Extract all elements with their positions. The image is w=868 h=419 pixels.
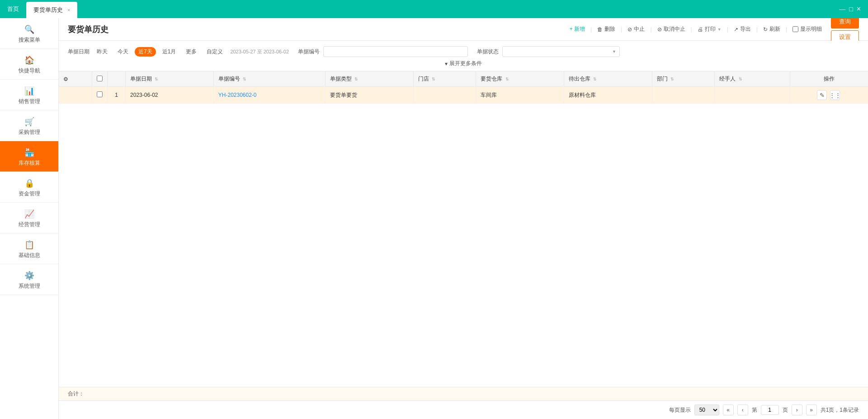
sort-store-icon[interactable]: ⇅ [432, 77, 435, 81]
total-label: 合计： [68, 390, 84, 398]
sidebar-label-basic: 基础信息 [19, 252, 40, 259]
status-label: 单据状态 [477, 48, 499, 56]
main-layout: 🔍 搜索菜单 🏠 快捷导航 📊 销售管理 🛒 采购管理 🏪 库存核算 🔒 资金管… [0, 18, 868, 419]
date-filter-group: 单据日期 昨天 今天 近7天 近1月 更多 自定义 2023-05-27 至 2… [68, 47, 289, 57]
delete-icon: 🗑 [597, 26, 603, 33]
sales-icon: 📊 [24, 86, 34, 96]
stop-icon: ⊘ [627, 26, 632, 33]
first-page-button[interactable]: « [723, 405, 734, 415]
delete-button[interactable]: 🗑 删除 [597, 25, 615, 33]
bill-no-input[interactable] [323, 46, 468, 57]
sidebar-item-search[interactable]: 🔍 搜索菜单 [0, 18, 58, 49]
column-bill-no: 单据编号 ⇅ [213, 71, 325, 87]
last-page-button[interactable]: » [806, 405, 817, 415]
table-header-row: ⚙ 单据日期 ⇅ 单据编号 ⇅ [59, 71, 868, 87]
column-date: 单据日期 ⇅ [126, 71, 214, 87]
cell-req-warehouse: 车间库 [476, 87, 564, 104]
sort-date-icon[interactable]: ⇅ [155, 77, 158, 81]
tab-requisition-history[interactable]: 要货单历史 × [26, 2, 77, 18]
sidebar-item-system[interactable]: ⚙️ 系统管理 [0, 264, 58, 295]
sidebar-label-purchase: 采购管理 [19, 129, 40, 136]
content-area: 要货单历史 + 新增 | 🗑 删除 | ⊘ 中止 | ⊘ 取消中止 | [59, 18, 868, 419]
page-label: 第 [752, 406, 757, 414]
sidebar-item-quicknav[interactable]: 🏠 快捷导航 [0, 49, 58, 80]
status-select[interactable] [502, 46, 620, 57]
close-tab-icon[interactable]: × [67, 7, 70, 13]
total-info: 共1页，1条记录 [821, 406, 859, 414]
table-container: ⚙ 单据日期 ⇅ 单据编号 ⇅ [59, 71, 868, 387]
date-btn-more[interactable]: 更多 [182, 47, 200, 57]
new-button[interactable]: + 新增 [570, 25, 585, 33]
table-body: 1 2023-06-02 YH-20230602-0 要货单要货 车间库 原材料… [59, 87, 868, 104]
cell-gear [59, 87, 92, 104]
refresh-button[interactable]: ↻ 刷新 [763, 25, 780, 33]
display-detail-toggle[interactable]: 显示明细 [793, 25, 822, 33]
column-num [108, 71, 126, 87]
cancel-stop-icon: ⊘ [657, 26, 662, 33]
date-btn-7days[interactable]: 近7天 [135, 47, 156, 57]
date-btn-today[interactable]: 今天 [114, 47, 132, 57]
date-btn-1month[interactable]: 近1月 [159, 47, 180, 57]
refresh-icon: ↻ [763, 26, 768, 33]
sort-pending-warehouse-icon[interactable]: ⇅ [593, 77, 597, 81]
window-controls: — □ × [839, 5, 868, 13]
print-button[interactable]: 🖨 打印 ▼ [698, 25, 722, 33]
cell-checkbox [92, 87, 108, 104]
sidebar-item-purchase[interactable]: 🛒 采购管理 [0, 110, 58, 141]
export-button[interactable]: ↗ 导出 [734, 25, 751, 33]
minimize-button[interactable]: — [839, 5, 845, 13]
sidebar-label-system: 系统管理 [19, 282, 40, 290]
date-btn-yesterday[interactable]: 昨天 [93, 47, 111, 57]
column-dept: 部门 ⇅ [652, 71, 715, 87]
row-checkbox-0[interactable] [97, 91, 103, 97]
sidebar-item-inventory[interactable]: 🏪 库存核算 [0, 141, 58, 172]
next-page-button[interactable]: › [792, 405, 802, 415]
page-input[interactable] [761, 405, 779, 415]
select-all-checkbox[interactable] [97, 76, 103, 81]
cell-bill-no: YH-20230602-0 [213, 87, 325, 104]
tab-home[interactable]: 首页 [0, 0, 26, 18]
print-icon: 🖨 [698, 26, 703, 33]
sort-handler-icon[interactable]: ⇅ [739, 77, 742, 81]
purchase-icon: 🛒 [24, 117, 34, 127]
date-btn-custom[interactable]: 自定义 [203, 47, 226, 57]
status-filter-group: 单据状态 [477, 46, 620, 57]
display-detail-checkbox[interactable] [793, 26, 798, 32]
sort-bill-type-icon[interactable]: ⇅ [354, 77, 358, 81]
cancel-stop-button[interactable]: ⊘ 取消中止 [657, 25, 685, 33]
top-bar: 首页 要货单历史 × — □ × [0, 0, 868, 18]
sidebar-item-basic[interactable]: 📋 基础信息 [0, 233, 58, 264]
cell-dept [652, 87, 715, 104]
expand-more-button[interactable]: ▾ 展开更多条件 [445, 60, 482, 67]
column-settings[interactable]: ⚙ [59, 71, 92, 87]
filter-row-1: 单据日期 昨天 今天 近7天 近1月 更多 自定义 2023-05-27 至 2… [68, 46, 859, 57]
sidebar-item-operations[interactable]: 📈 经营管理 [0, 203, 58, 233]
per-page-select[interactable]: 50 10 20 100 [694, 405, 719, 415]
sidebar-item-sales[interactable]: 📊 销售管理 [0, 80, 58, 110]
row-edit-button[interactable]: ✎ [817, 90, 827, 100]
per-page-label: 每页显示 [669, 406, 691, 414]
sort-dept-icon[interactable]: ⇅ [670, 77, 674, 81]
query-button[interactable]: 查询 [831, 18, 859, 29]
sidebar-label-sales: 销售管理 [19, 98, 40, 105]
table-row: 1 2023-06-02 YH-20230602-0 要货单要货 车间库 原材料… [59, 87, 868, 104]
cell-handler [715, 87, 790, 104]
finance-icon: 🔒 [24, 178, 34, 188]
cell-bill-type: 要货单要货 [325, 87, 413, 104]
sidebar-item-finance[interactable]: 🔒 资金管理 [0, 172, 58, 203]
date-filter-label: 单据日期 [68, 48, 90, 56]
bill-no-link[interactable]: YH-20230602-0 [218, 92, 257, 98]
close-window-button[interactable]: × [857, 5, 861, 13]
sort-req-warehouse-icon[interactable]: ⇅ [505, 77, 509, 81]
sort-bill-no-icon[interactable]: ⇅ [243, 77, 246, 81]
prev-page-button[interactable]: ‹ [737, 405, 748, 415]
row-more-button[interactable]: ⋮⋮ [830, 90, 840, 100]
cell-date: 2023-06-02 [126, 87, 214, 104]
cell-actions: ✎ ⋮⋮ [790, 87, 868, 104]
date-shortcuts: 昨天 今天 近7天 近1月 更多 自定义 [93, 47, 226, 57]
table-footer: 合计： [59, 387, 868, 400]
bill-no-label: 单据编号 [298, 48, 320, 56]
tab-bar: 首页 要货单历史 × [0, 0, 77, 18]
maximize-button[interactable]: □ [849, 5, 853, 13]
stop-button[interactable]: ⊘ 中止 [627, 25, 645, 33]
